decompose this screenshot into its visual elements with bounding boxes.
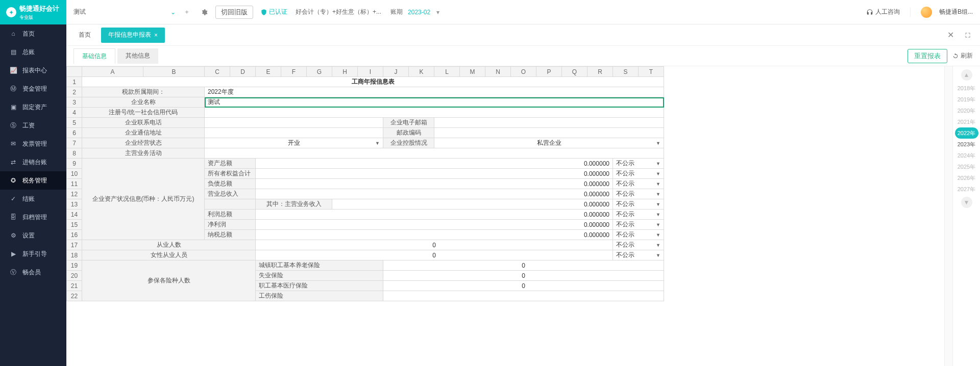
nav-item-archive[interactable]: 🗄归档管理 [0,208,66,226]
nav-item-guide[interactable]: ▶新手引导 [0,245,66,263]
row-header[interactable]: 2 [67,87,82,97]
status-select[interactable]: 开业▼ [205,138,383,148]
row-header[interactable]: 8 [67,148,82,159]
support-button[interactable]: 人工咨询 [866,8,900,16]
dropdown-cell[interactable]: 不公示▼ [613,169,664,179]
cell[interactable] [205,128,383,138]
corner-cell[interactable] [67,67,82,77]
period-selector[interactable]: 2023-02 [408,9,430,16]
metric-value[interactable]: 0.000000 [256,169,613,179]
reset-report-button[interactable]: 重置报表 [908,49,947,63]
row-header[interactable]: 5 [67,118,82,128]
metric-value[interactable]: 0.000000 [256,189,613,199]
nav-item-stock[interactable]: ⇄进销台账 [0,153,66,171]
row-header[interactable]: 10 [67,169,82,179]
dropdown-cell[interactable]: 不公示▼ [613,189,664,199]
refresh-button[interactable]: 刷新 [952,51,973,60]
row-header[interactable]: 9 [67,159,82,169]
col-header[interactable]: M [460,67,485,77]
holding-select[interactable]: 私营企业▼ [434,138,664,148]
dropdown-cell[interactable]: 不公示▼ [613,179,664,189]
row-header[interactable]: 3 [67,97,82,108]
col-header[interactable]: G [307,67,332,77]
insurance-value[interactable] [383,291,664,301]
org-settings-button[interactable] [198,6,210,18]
cell[interactable] [434,128,664,138]
female-value[interactable]: 0 [256,250,613,260]
vertical-scrollbar[interactable] [944,66,952,366]
add-org-button[interactable]: ＋ [181,6,193,18]
col-header[interactable]: N [485,67,511,77]
year-item[interactable]: 2018年 [955,83,978,94]
dropdown-cell[interactable]: 不公示▼ [613,250,664,260]
avatar[interactable] [921,7,932,18]
cell[interactable] [205,108,664,118]
metric-value[interactable]: 0.000000 [256,210,613,220]
nav-item-chart[interactable]: 📈报表中心 [0,61,66,80]
col-header[interactable]: J [383,67,409,77]
metric-value[interactable]: 0.000000 [332,199,613,210]
row-header[interactable]: 1 [67,77,82,87]
dropdown-cell[interactable]: 不公示▼ [613,210,664,220]
col-header[interactable]: R [587,67,613,77]
cell[interactable] [434,118,664,128]
row-header[interactable]: 11 [67,179,82,189]
row-header[interactable]: 16 [67,230,82,240]
nav-item-home[interactable]: ⌂首页 [0,24,66,43]
row-header[interactable]: 4 [67,108,82,118]
col-header[interactable]: H [332,67,358,77]
col-header[interactable]: A [82,67,143,77]
year-item[interactable]: 2023年 [955,139,978,150]
year-item[interactable]: 2019年 [955,94,978,105]
nav-item-vip[interactable]: Ⓥ畅会员 [0,263,66,281]
cell[interactable] [205,118,383,128]
row-header[interactable]: 13 [67,199,82,210]
year-item[interactable]: 2020年 [955,105,978,116]
row-header[interactable]: 6 [67,128,82,138]
col-header[interactable]: D [230,67,256,77]
company-name-input[interactable]: 测试 [205,97,664,108]
cell[interactable] [205,148,664,159]
nav-item-ledger[interactable]: ▤总账 [0,43,66,61]
col-header[interactable]: Q [562,67,587,77]
subtab[interactable]: 基础信息 [74,48,115,64]
year-down-button[interactable]: ▼ [961,197,972,208]
metric-value[interactable]: 0.000000 [256,159,613,169]
row-header[interactable]: 19 [67,260,82,271]
row-header[interactable]: 18 [67,250,82,260]
year-up-button[interactable]: ▲ [961,69,972,81]
metric-value[interactable]: 0.000000 [256,230,613,240]
col-header[interactable]: I [358,67,383,77]
page-tab[interactable]: 首页 [71,28,98,43]
nav-item-tax[interactable]: ✪税务管理 [0,171,66,190]
nav-item-gear[interactable]: ⚙设置 [0,226,66,245]
insurance-value[interactable]: 0 [383,281,664,291]
col-header[interactable]: F [281,67,307,77]
row-header[interactable]: 22 [67,291,82,301]
dropdown-cell[interactable]: 不公示▼ [613,220,664,230]
row-header[interactable]: 15 [67,220,82,230]
close-tab-button[interactable]: ✕ [943,28,958,42]
col-header[interactable]: E [256,67,281,77]
dropdown-cell[interactable]: 不公示▼ [613,240,664,250]
year-item[interactable]: 2022年 [955,127,978,139]
col-header[interactable]: S [613,67,639,77]
tax-period-value[interactable]: 2022年度 [205,87,664,97]
close-icon[interactable]: × [154,32,158,39]
metric-value[interactable]: 0.000000 [256,179,613,189]
col-header[interactable]: C [205,67,230,77]
col-header[interactable]: B [143,67,205,77]
year-item[interactable]: 2026年 [955,172,978,184]
spreadsheet[interactable]: ABCDEFGHIJKLMNOPQRST1工商年报信息表2税款所属期间：2022… [66,66,944,366]
verified-badge[interactable]: 已认证 [260,8,287,16]
row-header[interactable]: 14 [67,210,82,220]
nav-item-invoice[interactable]: ✉发票管理 [0,135,66,153]
nav-item-close[interactable]: ✓结账 [0,190,66,208]
switch-old-button[interactable]: 切回旧版 [215,6,253,19]
col-header[interactable]: T [639,67,664,77]
nav-item-asset[interactable]: ▣固定资产 [0,98,66,116]
year-item[interactable]: 2024年 [955,150,978,161]
col-header[interactable]: K [409,67,434,77]
row-header[interactable]: 7 [67,138,82,148]
emp-value[interactable]: 0 [256,240,613,250]
